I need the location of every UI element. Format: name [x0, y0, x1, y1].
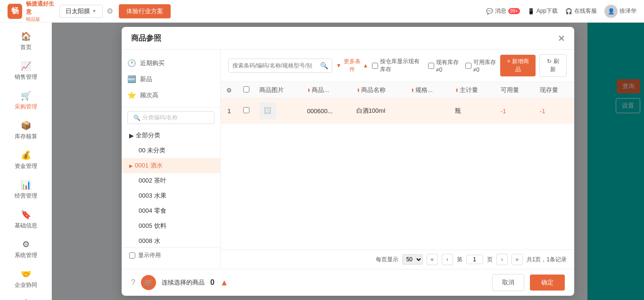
current-stock-checkbox-label[interactable]: 现有库存≠0 [428, 58, 460, 73]
th-name[interactable]: ⬆ 商品名称 [352, 82, 406, 99]
star-icon: ⭐ [127, 91, 136, 100]
sidebar-item-system[interactable]: ⚙ 系统管理 [0, 234, 51, 264]
folder-icon: ▶ [129, 132, 134, 139]
avatar: 👤 [604, 5, 618, 18]
message-nav-item[interactable]: 💬 消息 99+ [486, 7, 520, 15]
th-stock: 现存量 [535, 82, 574, 99]
help-icon[interactable]: ? [131, 278, 135, 287]
gear-icon[interactable]: ⚙ [107, 7, 113, 16]
sidebar-item-basic-info[interactable]: 🔖 基础信息 [0, 205, 51, 234]
last-page-button[interactable]: » [512, 254, 523, 265]
th-spec[interactable]: ⬆ 规格... [406, 82, 450, 99]
frequent-nav[interactable]: ⭐ 频次高 [122, 87, 220, 103]
category-item-2[interactable]: 0002 茶叶 [122, 173, 220, 188]
cat-arrow-icon: ▶ [129, 163, 133, 168]
message-icon: 💬 [486, 8, 493, 15]
cancel-button[interactable]: 取消 [492, 274, 524, 291]
category-item-0[interactable]: 00 未分类 [122, 143, 220, 158]
current-stock-checkbox[interactable] [428, 63, 434, 69]
category-item-4[interactable]: 0004 零食 [122, 203, 220, 218]
td-stock: -1 [535, 99, 574, 124]
app-download-nav-item[interactable]: 📱 App下载 [528, 7, 558, 15]
pagination: 每页显示 50 « ‹ 第 页 › » 共1页，1条记录 [221, 250, 574, 269]
th-available: 可用量 [496, 82, 535, 99]
category-item-1[interactable]: ▶ 0001 酒水 [122, 158, 220, 173]
available-stock-checkbox-label[interactable]: 可用库存≠0 [465, 58, 497, 73]
category-all[interactable]: ▶ 全部分类 [122, 128, 220, 143]
warehouse-stock-checkbox[interactable] [372, 63, 378, 69]
sidebar-item-operations[interactable]: 📊 经营管理 [0, 175, 51, 205]
row-checkbox[interactable] [243, 107, 249, 113]
category-search[interactable]: 🔍 分类编码/名称 [127, 111, 215, 124]
sidebar-item-guide[interactable]: 📋 新手引导 [0, 294, 51, 300]
sidebar-item-enterprise[interactable]: 🤝 企业协同 [0, 264, 51, 294]
enterprise-icon: 🤝 [21, 269, 31, 279]
experience-button[interactable]: 体验行业方案 [119, 4, 171, 18]
sidebar-item-sales[interactable]: 📈 销售管理 [0, 56, 51, 86]
td-unit: 瓶 [450, 99, 496, 124]
modal-footer: ? 🛒 连续选择的商品 0 ▲ 取消 确定 [122, 269, 574, 296]
home-icon: 🏠 [21, 31, 31, 42]
search-button[interactable]: 🔍 [316, 62, 332, 69]
sidebar-item-inventory[interactable]: 📦 库存核算 [0, 116, 51, 145]
sort-icon3: ⬆ [411, 88, 414, 93]
category-list: ▶ 全部分类 00 未分类 ▶ 0001 酒水 [122, 128, 220, 247]
confirm-button[interactable]: 确定 [530, 275, 565, 291]
product-image: 🖼 [259, 102, 276, 119]
sidebar-item-home[interactable]: 🏠 首页 [0, 26, 51, 56]
select-all-checkbox[interactable] [243, 86, 249, 92]
nav-selector[interactable]: 日太阳膜 ▼ [59, 5, 103, 18]
cart-icon[interactable]: 🛒 [141, 275, 156, 290]
basic-info-icon: 🔖 [21, 209, 31, 220]
prev-page-button[interactable]: ‹ [442, 254, 453, 265]
logo-icon: 畅 [8, 4, 22, 19]
category-item-3[interactable]: 0003 水果 [122, 188, 220, 203]
th-unit[interactable]: ⬆ 主计量 [450, 82, 496, 99]
available-stock-checkbox[interactable] [465, 63, 471, 69]
service-nav-item[interactable]: 🎧 在线客服 [565, 7, 597, 15]
refresh-button[interactable]: ↻ 刷新 [539, 54, 567, 77]
modal-close-button[interactable]: ✕ [558, 34, 565, 43]
product-search-bar[interactable]: 🔍 [228, 58, 332, 73]
collapse-icon[interactable]: ▲ [220, 278, 229, 288]
warehouse-stock-checkbox-label[interactable]: 按仓库显示现有库存 [372, 58, 422, 74]
recent-buy-nav[interactable]: 🕐 近期购买 [122, 55, 220, 71]
sidebar-item-purchase[interactable]: 🛒 采购管理 [0, 86, 51, 116]
sidebar-item-finance[interactable]: 💰 资金管理 [0, 145, 51, 175]
show-disabled-area: 显示停用 [122, 247, 220, 263]
table-row[interactable]: 1 🖼 000600... 白酒100ml 瓶 [221, 99, 574, 124]
th-checkbox[interactable] [238, 82, 255, 99]
th-image: 商品图片 [255, 82, 302, 99]
operations-icon: 📊 [21, 180, 31, 190]
search-input[interactable] [229, 62, 316, 69]
th-code[interactable]: ⬆ 商品... [302, 82, 351, 99]
td-checkbox[interactable] [238, 99, 255, 124]
top-nav: 畅 畅捷通好生意 精品版 日太阳膜 ▼ ⚙ 体验行业方案 💬 消息 99+ 📱 … [0, 0, 644, 23]
filter-button[interactable]: ▼ 更多条件 ▲ [336, 58, 369, 74]
headset-icon: 🎧 [565, 8, 572, 15]
new-icon: 🆕 [127, 75, 136, 83]
new-goods-nav[interactable]: 🆕 新品 [122, 71, 220, 87]
sort-icon4: ⬆ [455, 88, 459, 93]
page-input[interactable] [466, 255, 483, 264]
modal-right-panel: 🔍 ▼ 更多条件 ▲ 按仓库显示现有库存 [221, 50, 574, 269]
th-settings[interactable]: ⚙ [221, 82, 238, 99]
modal-overlay: 商品参照 ✕ 🕐 近期购买 🆕 新品 [52, 23, 644, 300]
td-index: 1 [221, 99, 238, 124]
sort-icon2: ⬆ [356, 88, 360, 93]
show-disabled-checkbox[interactable] [129, 252, 135, 258]
main-layout: 🏠 首页 📈 销售管理 🛒 采购管理 📦 库存核算 💰 资金管理 📊 经营管理 … [0, 23, 644, 300]
category-item-5[interactable]: 0005 饮料 [122, 218, 220, 233]
add-product-button[interactable]: + 新增商品 [500, 55, 535, 76]
inventory-icon: 📦 [21, 120, 31, 131]
purchase-icon: 🛒 [21, 91, 31, 101]
first-page-button[interactable]: « [427, 254, 438, 265]
category-item-6[interactable]: 0008 水 [122, 233, 220, 247]
user-nav-item[interactable]: 👤 徐泽华 [604, 5, 636, 18]
page-size-select[interactable]: 50 [402, 254, 423, 265]
next-page-button[interactable]: › [496, 254, 508, 265]
clock-icon: 🕐 [127, 59, 136, 67]
td-image: 🖼 [255, 99, 302, 124]
left-divider [122, 107, 220, 108]
logo-area: 畅 畅捷通好生意 精品版 [8, 0, 59, 23]
